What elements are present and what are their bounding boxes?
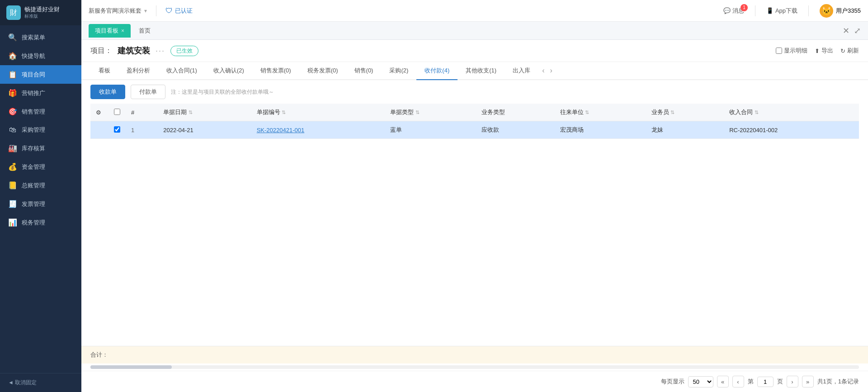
last-page-button[interactable]: » <box>802 376 814 387</box>
export-button[interactable]: ⬆ 导出 <box>815 47 833 55</box>
sidebar-item-8[interactable]: 📒 总账管理 <box>0 176 81 195</box>
th-date[interactable]: 单据日期 ⇅ <box>158 104 251 121</box>
sidebar-item-4[interactable]: 🎯 销售管理 <box>0 102 81 121</box>
account-switcher[interactable]: 新服务官网演示账套 ▾ <box>89 7 147 15</box>
show-detail-input[interactable] <box>776 48 782 54</box>
sidebar-label-7: 资金管理 <box>22 163 45 171</box>
page-size-label: 每页显示 <box>661 378 684 386</box>
topbar-divider2 <box>755 5 755 16</box>
topbar-right: 💬 消息 1 📱 App下载 🐱 用户3355 <box>723 4 861 18</box>
show-detail-label: 显示明细 <box>784 47 807 55</box>
code-link-0[interactable]: SK-20220421-001 <box>257 127 305 134</box>
cell-check-0[interactable] <box>108 121 126 139</box>
maximize-window-icon[interactable]: ⤢ <box>854 26 861 36</box>
message-icon: 💬 <box>723 7 731 14</box>
scroll-thumb[interactable] <box>90 365 172 369</box>
sidebar-header: 財 畅捷通好业财 标准版 <box>0 0 81 25</box>
th-type[interactable]: 单据类型 ⇅ <box>385 104 476 121</box>
app-version: 标准版 <box>24 13 60 19</box>
certified-status: 🛡 已认证 <box>165 7 193 15</box>
sub-tab-6[interactable]: 销售(0) <box>346 62 382 80</box>
cell-date-0: 2022-04-21 <box>158 121 251 139</box>
select-all-checkbox[interactable] <box>114 109 120 115</box>
page-input[interactable] <box>757 377 774 387</box>
page-size-select[interactable]: 50 100 200 <box>688 376 713 387</box>
sidebar-label-9: 发票管理 <box>22 200 45 208</box>
sidebar-item-1[interactable]: 🏠 快捷导航 <box>0 47 81 65</box>
horizontal-scrollbar[interactable] <box>90 365 859 369</box>
sub-tab-8[interactable]: 收付款(4) <box>416 62 458 80</box>
export-icon: ⬆ <box>815 48 820 54</box>
total-info: 共1页，1条记录 <box>817 378 859 386</box>
prev-page-button[interactable]: ‹ <box>732 376 744 387</box>
sidebar-label-6: 库存核算 <box>22 144 45 153</box>
tab-close-1[interactable]: × <box>121 28 124 34</box>
sub-tab-9[interactable]: 其他收支(1) <box>458 62 505 80</box>
tabbar: 项目看板×首页 ✕ ⤢ <box>81 22 868 40</box>
sidebar-item-7[interactable]: 💰 资金管理 <box>0 158 81 176</box>
sidebar-icon-10: 📊 <box>8 218 17 227</box>
sub-tabs-next-arrow[interactable]: › <box>548 65 554 76</box>
th-check[interactable] <box>108 104 126 121</box>
sidebar-icon-7: 💰 <box>8 163 17 171</box>
sub-tab-1[interactable]: 盈利分析 <box>118 62 158 80</box>
sidebar-item-10[interactable]: 📊 税务管理 <box>0 213 81 232</box>
sub-tab-10[interactable]: 出入库 <box>505 62 538 80</box>
tab-1[interactable]: 项目看板× <box>89 24 131 38</box>
sidebar-item-3[interactable]: 🎁 营销推广 <box>0 84 81 102</box>
cell-code-0[interactable]: SK-20220421-001 <box>251 121 385 139</box>
username: 用户3355 <box>836 7 861 15</box>
sub-tabs-prev-arrow[interactable]: ‹ <box>540 65 546 76</box>
sidebar-icon-5: 🛍 <box>8 126 17 134</box>
sidebar-footer[interactable]: ◄ 取消固定 <box>0 373 81 392</box>
sidebar-item-0[interactable]: 🔍 搜索菜单 <box>0 28 81 47</box>
table-header-row: ⚙ # 单据日期 ⇅ 单据编号 ⇅ 单据类型 ⇅ 业务类型 往来单位 ⇅ 业务员… <box>90 104 859 121</box>
sub-tab-2[interactable]: 收入合同(1) <box>158 62 205 80</box>
sidebar-label-10: 税务管理 <box>22 219 45 227</box>
show-detail-checkbox[interactable]: 显示明细 <box>776 47 807 55</box>
project-more-button[interactable]: ··· <box>156 46 165 56</box>
th-code[interactable]: 单据编号 ⇅ <box>251 104 385 121</box>
sidebar-label-8: 总账管理 <box>22 182 45 190</box>
sub-tab-0[interactable]: 看板 <box>90 62 118 80</box>
project-header: 项目： 建筑安装 ··· 已生效 显示明细 ⬆ 导出 ↻ 刷新 <box>81 40 868 62</box>
sidebar-item-9[interactable]: 🧾 发票管理 <box>0 195 81 213</box>
messages-badge: 1 <box>741 4 748 11</box>
sidebar-icon-8: 📒 <box>8 181 17 190</box>
sidebar-item-2[interactable]: 📋 项目合同 <box>0 65 81 84</box>
sub-tab-7[interactable]: 采购(2) <box>381 62 416 80</box>
payments-filter-button[interactable]: 付款单 <box>131 85 165 99</box>
sub-tab-3[interactable]: 收入确认(2) <box>205 62 252 80</box>
sub-tab-4[interactable]: 销售发票(0) <box>252 62 299 80</box>
project-label: 项目： <box>90 46 112 56</box>
sidebar-label-1: 快捷导航 <box>22 52 45 60</box>
app-download-button[interactable]: 📱 App下载 <box>766 7 797 15</box>
receipts-table: ⚙ # 单据日期 ⇅ 单据编号 ⇅ 单据类型 ⇅ 业务类型 往来单位 ⇅ 业务员… <box>90 104 859 139</box>
th-settings[interactable]: ⚙ <box>90 104 108 121</box>
th-biz-type: 业务类型 <box>476 104 554 121</box>
refresh-button[interactable]: ↻ 刷新 <box>840 47 859 55</box>
page-label: 第 <box>748 378 754 386</box>
user-menu[interactable]: 🐱 用户3355 <box>820 4 861 18</box>
sub-tab-5[interactable]: 税务发票(0) <box>299 62 346 80</box>
sidebar-icon-4: 🎯 <box>8 107 17 116</box>
close-window-icon[interactable]: ✕ <box>843 26 849 36</box>
row-checkbox-0[interactable] <box>114 126 120 133</box>
messages-button[interactable]: 💬 消息 1 <box>723 7 744 15</box>
receipts-filter-button[interactable]: 收款单 <box>90 85 125 99</box>
th-salesperson[interactable]: 业务员 ⇅ <box>646 104 724 121</box>
page-suffix: 页 <box>777 378 783 386</box>
app-info: 畅捷通好业财 标准版 <box>24 6 60 20</box>
tab-0[interactable]: 首页 <box>132 24 157 38</box>
table-row[interactable]: 1 2022-04-21 SK-20220421-001 蓝单 应收款 宏茂商场… <box>90 121 859 139</box>
contract-sort-icon: ⇅ <box>755 110 759 115</box>
next-page-button[interactable]: › <box>787 376 798 387</box>
cell-contract-0: RC-20220401-002 <box>724 121 859 139</box>
th-contract[interactable]: 收入合同 ⇅ <box>724 104 859 121</box>
app-download-label: App下载 <box>775 7 797 15</box>
th-num: # <box>126 104 158 121</box>
sidebar-item-5[interactable]: 🛍 采购管理 <box>0 121 81 139</box>
sidebar-item-6[interactable]: 🏭 库存核算 <box>0 139 81 158</box>
th-partner[interactable]: 往来单位 ⇅ <box>555 104 646 121</box>
first-page-button[interactable]: « <box>717 376 729 387</box>
